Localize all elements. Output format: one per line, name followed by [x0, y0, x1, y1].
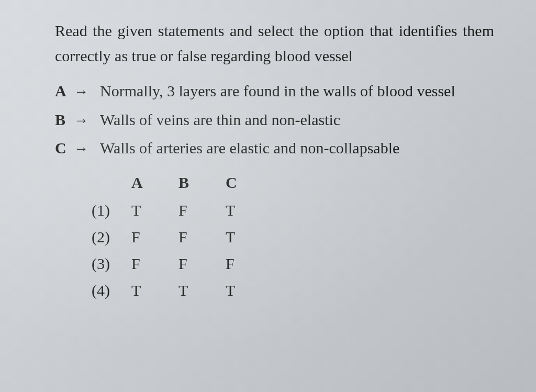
arrow-icon: →: [74, 136, 100, 160]
statement-text: Walls of arteries are elastic and non-co…: [100, 136, 494, 161]
option-value: T: [226, 223, 273, 250]
option-value: F: [178, 197, 226, 223]
option-row-4[interactable]: (4) T T T: [92, 277, 494, 304]
column-header-a: A: [131, 174, 178, 192]
option-number: (3): [92, 250, 131, 277]
options-area: A B C (1) T F T (2) F F T (3) F F F (4) …: [55, 174, 494, 304]
option-value: T: [131, 197, 178, 223]
option-row-1[interactable]: (1) T F T: [92, 197, 494, 223]
option-row-2[interactable]: (2) F F T: [92, 223, 494, 250]
options-header: A B C: [92, 174, 494, 192]
question-stem: Read the given statements and select the…: [55, 18, 494, 69]
option-number: (2): [92, 223, 131, 250]
statement-label: C: [55, 136, 74, 161]
statement-label: B: [55, 108, 74, 132]
statement-text: Normally, 3 layers are found in the wall…: [100, 79, 494, 104]
column-header-c: C: [226, 174, 273, 192]
statement-b: B → Walls of veins are thin and non-elas…: [55, 108, 494, 132]
option-value: F: [226, 250, 273, 277]
option-value: F: [178, 223, 226, 250]
arrow-icon: →: [74, 108, 100, 131]
option-value: T: [226, 197, 273, 223]
option-value: T: [178, 277, 226, 304]
statement-a: A → Normally, 3 layers are found in the …: [55, 79, 494, 104]
statements-block: A → Normally, 3 layers are found in the …: [55, 79, 494, 161]
option-value: F: [178, 250, 226, 277]
option-value: T: [226, 277, 273, 304]
column-header-b: B: [178, 174, 226, 192]
statement-c: C → Walls of arteries are elastic and no…: [55, 136, 494, 161]
option-row-3[interactable]: (3) F F F: [92, 250, 494, 277]
option-number: (4): [92, 277, 131, 304]
option-value: F: [131, 250, 178, 277]
statement-label: A: [55, 79, 74, 104]
arrow-icon: →: [74, 79, 100, 103]
statement-text: Walls of veins are thin and non-elastic: [100, 108, 494, 132]
option-value: F: [131, 223, 178, 250]
option-value: T: [131, 277, 178, 304]
option-number: (1): [92, 197, 131, 223]
